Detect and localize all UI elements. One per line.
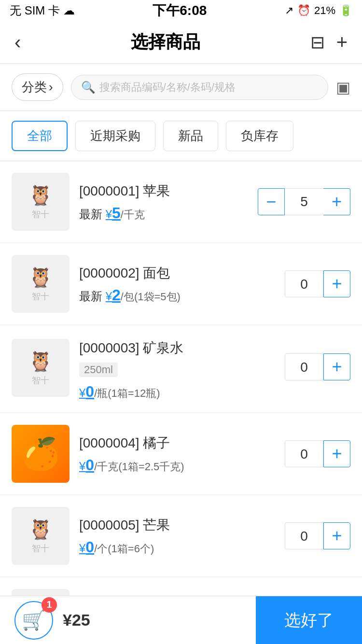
product-item: 🦉 智十 [0000005] 芒果 ¥0/个(1箱=6个) 0 +: [0, 495, 362, 576]
product-info-5: [0000005] 芒果 ¥0/个(1箱=6个): [79, 516, 275, 556]
product-spec-3: 250ml: [79, 363, 118, 377]
price-label-1: 最新: [79, 208, 106, 221]
price-value-5: 0: [85, 538, 94, 556]
category-chevron: ›: [49, 80, 53, 95]
product-info-1: [0000001] 苹果 最新 ¥5/千克: [79, 182, 248, 222]
product-image-2: 🦉 智十: [12, 255, 70, 313]
product-price-2: 最新 ¥2/包(1袋=5包): [79, 286, 275, 304]
yen-symbol-4: ¥: [79, 460, 85, 473]
price-value-2: 2: [112, 286, 121, 304]
product-list: 🦉 智十 [0000001] 苹果 最新 ¥5/千克 − + 🦉 智十 [000…: [0, 161, 362, 644]
cart-badge: 1: [42, 597, 57, 613]
status-right: ↗ ⏰ 21% 🔋: [285, 4, 352, 17]
product-image-5: 🦉 智十: [12, 507, 70, 565]
product-price-3: ¥0/瓶(1箱=12瓶): [79, 383, 275, 401]
search-placeholder: 搜索商品编码/名称/条码/规格: [99, 80, 236, 95]
product-controls-5: 0 +: [285, 522, 350, 549]
battery-icon: 🔋: [339, 4, 352, 17]
confirm-label: 选好了: [284, 609, 334, 631]
tab-bar: 全部 近期采购 新品 负库存: [0, 111, 362, 161]
product-controls-3: 0 +: [285, 353, 350, 380]
product-controls-2: 0 +: [285, 270, 350, 297]
filter-bar: 分类 › 🔍 搜索商品编码/名称/条码/规格 ▣: [0, 64, 362, 111]
tab-all[interactable]: 全部: [12, 121, 68, 151]
product-image-4: 🍊: [12, 425, 70, 483]
add-icon[interactable]: +: [336, 31, 348, 53]
quantity-display-5: 0: [285, 522, 323, 549]
status-time: 下午6:08: [153, 1, 207, 20]
cart-area: 🛒 1 ¥25: [0, 601, 256, 640]
confirm-button[interactable]: 选好了: [256, 596, 362, 644]
price-value-3: 0: [85, 383, 94, 400]
placeholder-brand-text: 智十: [32, 543, 49, 554]
product-price-1: 最新 ¥5/千克: [79, 204, 248, 222]
quantity-increase-5[interactable]: +: [323, 522, 350, 549]
quantity-increase-4[interactable]: +: [323, 440, 350, 467]
product-item: 🦉 智十 [0000002] 面包 最新 ¥2/包(1袋=5包) 0 +: [0, 243, 362, 324]
price-unit-4: /千克(1箱=2.5千克): [94, 461, 184, 473]
quantity-input-1[interactable]: [285, 188, 323, 215]
product-name-3: [0000003] 矿泉水: [79, 339, 275, 357]
yen-symbol-2: ¥: [106, 290, 112, 303]
product-price-4: ¥0/千克(1箱=2.5千克): [79, 456, 275, 474]
product-controls-1: − +: [258, 188, 350, 215]
tab-negative[interactable]: 负库存: [226, 121, 293, 151]
yen-symbol-3: ¥: [79, 386, 85, 399]
price-value-4: 0: [85, 456, 94, 474]
category-label: 分类: [22, 79, 47, 96]
bottom-bar: 🛒 1 ¥25 选好了: [0, 596, 362, 644]
placeholder-owl-icon: 🦉: [28, 184, 53, 207]
product-item: 🍊 [0000004] 橘子 ¥0/千克(1箱=2.5千克) 0 +: [0, 413, 362, 494]
nav-bar: ‹ 选择商品 ⊟ +: [0, 21, 362, 64]
product-item: 🦉 智十 [0000001] 苹果 最新 ¥5/千克 − +: [0, 161, 362, 242]
quantity-display-4: 0: [285, 440, 323, 467]
placeholder-brand-text: 智十: [32, 375, 49, 386]
placeholder-owl-icon: 🦉: [28, 266, 53, 289]
quantity-increase-2[interactable]: +: [323, 270, 350, 297]
placeholder-brand-text: 智十: [32, 291, 49, 302]
price-unit-2: /包(1袋=5包): [121, 291, 181, 303]
product-name-1: [0000001] 苹果: [79, 182, 248, 200]
back-button[interactable]: ‹: [14, 31, 21, 53]
placeholder-owl-icon: 🦉: [28, 350, 53, 373]
yen-symbol-1: ¥: [106, 208, 112, 221]
product-item: 🦉 智十 [0000003] 矿泉水 250ml ¥0/瓶(1箱=12瓶) 0 …: [0, 325, 362, 412]
product-info-4: [0000004] 橘子 ¥0/千克(1箱=2.5千克): [79, 434, 275, 474]
product-controls-4: 0 +: [285, 440, 350, 467]
battery-status: 21%: [314, 4, 335, 17]
product-info-3: [0000003] 矿泉水 250ml ¥0/瓶(1箱=12瓶): [79, 339, 275, 401]
price-unit-3: /瓶(1箱=12瓶): [94, 387, 160, 399]
quantity-decrease-1[interactable]: −: [258, 188, 285, 215]
product-name-5: [0000005] 芒果: [79, 516, 275, 534]
tab-recent[interactable]: 近期采购: [75, 121, 155, 151]
status-left: 无 SIM 卡 ☁: [10, 3, 75, 18]
placeholder-brand-text: 智十: [32, 209, 49, 220]
yen-symbol-5: ¥: [79, 542, 85, 555]
search-icon: 🔍: [81, 81, 96, 94]
placeholder-owl-icon: 🦉: [28, 518, 53, 541]
quantity-increase-1[interactable]: +: [323, 188, 350, 215]
search-box[interactable]: 🔍 搜索商品编码/名称/条码/规格: [71, 75, 328, 100]
product-image-3: 🦉 智十: [12, 339, 70, 397]
status-bar: 无 SIM 卡 ☁ 下午6:08 ↗ ⏰ 21% 🔋: [0, 0, 362, 21]
quantity-increase-3[interactable]: +: [323, 353, 350, 380]
location-icon: ↗: [285, 4, 293, 17]
price-unit-1: /千克: [121, 209, 145, 221]
product-name-4: [0000004] 橘子: [79, 434, 275, 452]
cart-button[interactable]: 🛒 1: [14, 601, 53, 640]
quantity-display-2: 0: [285, 270, 323, 297]
price-value-1: 5: [112, 204, 121, 222]
price-label-2: 最新: [79, 290, 106, 303]
filter-icon[interactable]: ⊟: [310, 32, 325, 53]
product-name-2: [0000002] 面包: [79, 264, 275, 282]
product-info-2: [0000002] 面包 最新 ¥2/包(1袋=5包): [79, 264, 275, 304]
page-title: 选择商品: [131, 30, 200, 54]
sim-status: 无 SIM 卡 ☁: [10, 3, 75, 18]
scan-icon[interactable]: ▣: [336, 78, 350, 97]
nav-icons: ⊟ +: [310, 31, 348, 53]
product-price-5: ¥0/个(1箱=6个): [79, 538, 275, 556]
category-button[interactable]: 分类 ›: [12, 73, 63, 101]
product-image-1: 🦉 智十: [12, 173, 70, 231]
cart-icon: 🛒: [22, 609, 46, 631]
tab-new[interactable]: 新品: [163, 121, 218, 151]
